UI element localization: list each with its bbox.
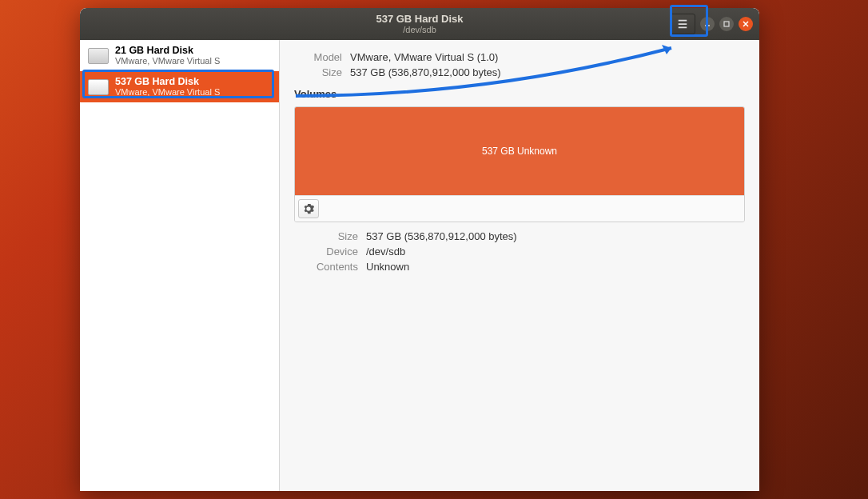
vol-contents-label: Contents (310, 261, 366, 273)
volume-details: Size 537 GB (536,870,912,000 bytes) Devi… (294, 230, 745, 273)
vol-size-label: Size (310, 230, 366, 242)
disk-name: 537 GB Hard Disk (115, 76, 220, 87)
window-subtitle: /dev/sdb (80, 25, 759, 34)
close-button[interactable] (739, 17, 753, 31)
vol-size-value: 537 GB (536,870,912,000 bytes) (366, 230, 517, 242)
app-menu-button[interactable] (670, 14, 695, 34)
sidebar-disk-1[interactable]: 537 GB Hard Disk VMware, VMware Virtual … (80, 71, 279, 102)
hamburger-icon (677, 18, 688, 30)
size-label: Size (294, 66, 350, 78)
vol-contents-value: Unknown (366, 261, 409, 273)
disk-name: 21 GB Hard Disk (115, 45, 220, 56)
disk-icon (88, 79, 109, 95)
disk-sidebar: 21 GB Hard Disk VMware, VMware Virtual S… (80, 40, 280, 491)
sidebar-disk-0[interactable]: 21 GB Hard Disk VMware, VMware Virtual S (80, 40, 279, 71)
svg-rect-0 (724, 22, 729, 26)
gear-icon (303, 203, 314, 214)
model-label: Model (294, 51, 350, 63)
volume-box: 537 GB Unknown (294, 106, 745, 222)
minimize-icon (703, 20, 711, 28)
window-title: 537 GB Hard Disk (80, 14, 759, 25)
volumes-header: Volumes (294, 88, 745, 100)
volume-toolbar (295, 195, 744, 222)
vol-device-value: /dev/sdb (366, 246, 405, 257)
main-panel: Model VMware, VMware Virtual S (1.0) Siz… (280, 40, 759, 491)
disk-sub: VMware, VMware Virtual S (115, 56, 220, 66)
vol-device-label: Device (310, 246, 366, 257)
maximize-icon (723, 20, 731, 28)
minimize-button[interactable] (700, 17, 715, 31)
close-icon (742, 20, 750, 28)
maximize-button[interactable] (719, 17, 734, 31)
title-center: 537 GB Hard Disk /dev/sdb (80, 14, 759, 34)
disk-icon (88, 48, 109, 64)
app-window: 537 GB Hard Disk /dev/sdb 21 GB Hard Dis (80, 8, 759, 491)
volume-partition-label: 537 GB Unknown (482, 146, 557, 157)
titlebar: 537 GB Hard Disk /dev/sdb (80, 8, 759, 40)
size-value: 537 GB (536,870,912,000 bytes) (350, 66, 501, 78)
volume-options-button[interactable] (298, 199, 319, 218)
model-value: VMware, VMware Virtual S (1.0) (350, 51, 498, 63)
disk-sub: VMware, VMware Virtual S (115, 87, 220, 98)
volume-partition[interactable]: 537 GB Unknown (295, 107, 744, 195)
